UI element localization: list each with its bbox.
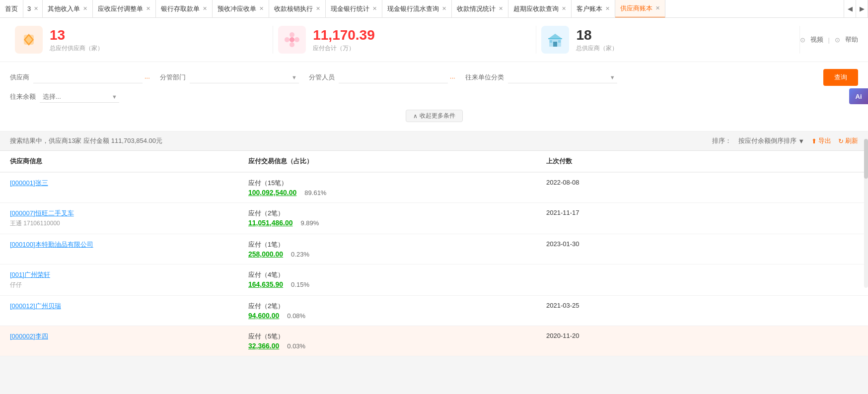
nav-tab-cash-flow-close[interactable]: ✕ <box>442 5 446 12</box>
category-input[interactable] <box>508 71 617 83</box>
person-filter-label: 分管人员 <box>309 73 335 82</box>
nav-tab-other-income[interactable]: 其他收入单 ✕ <box>43 0 93 18</box>
last-pay-date: 2021-03-25 <box>546 302 579 309</box>
tx-percent: 9.89% <box>301 219 319 227</box>
tx-label: 应付（15笔） <box>248 179 546 188</box>
supplier-filter-label: 供应商 <box>10 73 29 82</box>
total-suppliers-number: 18 <box>576 27 618 44</box>
last-pay-date: 2020-11-20 <box>546 332 579 339</box>
supplier-name-link[interactable]: [000001]张三 <box>10 179 248 188</box>
svg-rect-10 <box>553 42 557 47</box>
nav-tab-customer-ledger-close[interactable]: ✕ <box>605 5 610 12</box>
tx-amount[interactable]: 94,600.00 <box>248 312 279 320</box>
nav-tab-other-income-close[interactable]: ✕ <box>83 5 87 12</box>
nav-tab-home[interactable]: 首页 <box>0 0 23 18</box>
nav-tab-prepay-close[interactable]: ✕ <box>259 5 264 12</box>
supplier-info-cell: [000012]广州贝瑞 <box>10 302 248 311</box>
results-summary-text: 搜索结果中，供应商13家 应付金额 111,703,854.00元 <box>10 136 162 145</box>
transaction-info-cell: 应付（2笔） 94,600.00 0.08% <box>248 302 546 320</box>
nav-tab-other-income-label: 其他收入单 <box>48 4 80 13</box>
nav-tab-collection-close[interactable]: ✕ <box>316 5 320 12</box>
transaction-details: 应付（15笔） 100,092,540.00 89.61% <box>248 179 546 197</box>
nav-left-arrow[interactable]: ◀ <box>844 0 856 18</box>
dept-input[interactable] <box>190 71 299 83</box>
nav-tab-3[interactable]: 3 ✕ <box>23 0 43 18</box>
total-payable-label: 应付合计（万） <box>313 44 375 53</box>
help-link[interactable]: 帮助 <box>845 35 858 44</box>
tx-row: 100,092,540.00 89.61% <box>248 189 546 197</box>
last-pay-date: 2023-01-30 <box>546 240 579 248</box>
refresh-button[interactable]: ↻ 刷新 <box>838 136 858 145</box>
summary-text-total-suppliers: 18 总供应商（家） <box>576 27 618 53</box>
svg-marker-9 <box>548 34 562 39</box>
nav-tab-overdue[interactable]: 超期应收款查询 ✕ <box>508 0 572 18</box>
tx-amount[interactable]: 32,366.00 <box>248 342 279 350</box>
transaction-info-cell: 应付（15笔） 100,092,540.00 89.61% <box>248 179 546 197</box>
table-row[interactable]: [000002]李四 应付（5笔） 32,366.00 0.03% 2020-1… <box>0 326 868 356</box>
nav-tab-supplier-ledger[interactable]: 供应商账本 ✕ <box>615 0 665 18</box>
collapse-button[interactable]: ∧ 收起更多条件 <box>406 110 463 122</box>
nav-tab-customer-ledger[interactable]: 客户账本 ✕ <box>572 0 615 18</box>
nav-tab-collection[interactable]: 收款核销执行 ✕ <box>269 0 326 18</box>
person-dots-btn[interactable]: ··· <box>450 74 455 81</box>
supplier-dots-btn[interactable]: ··· <box>145 74 150 81</box>
person-input[interactable] <box>339 71 448 83</box>
total-payable-number: 11,170.39 <box>313 27 375 44</box>
table-row[interactable]: [000001]张三 应付（15笔） 100,092,540.00 89.61%… <box>0 173 868 203</box>
filter-balance: 往来余额 ▼ <box>10 91 119 103</box>
tx-amount[interactable]: 258,000.00 <box>248 250 283 258</box>
nav-tab-adjustment[interactable]: 应收应付调整单 ✕ <box>93 0 156 18</box>
balance-input[interactable] <box>40 91 119 103</box>
tx-percent: 0.23% <box>291 251 309 258</box>
nav-tab-collection-stat[interactable]: 收款情况统计 ✕ <box>452 0 508 18</box>
ai-button[interactable]: Ai <box>849 88 868 104</box>
filter-category: 往来单位分类 ▼ <box>465 71 617 83</box>
sort-button[interactable]: 按应付余额倒序排序 ▼ <box>738 136 804 145</box>
scrollbar-thumb[interactable] <box>864 139 868 179</box>
table-row[interactable]: [000007]恒旺二手叉车 王通 17106110000 应付（2笔） 11,… <box>0 203 868 234</box>
total-suppliers-label: 总供应商（家） <box>576 44 618 53</box>
supplier-name-link[interactable]: [001]广州荣轩 <box>10 270 248 279</box>
scrollbar[interactable] <box>864 139 868 288</box>
nav-tab-cash-flow[interactable]: 现金银行流水查询 ✕ <box>382 0 452 18</box>
supplier-name-link[interactable]: [000007]恒旺二手叉车 <box>10 209 248 218</box>
nav-tab-3-close[interactable]: ✕ <box>34 5 38 12</box>
nav-tab-bank[interactable]: 银行存取款单 ✕ <box>156 0 213 18</box>
summary-icon-store <box>541 26 569 54</box>
nav-tab-collection-stat-close[interactable]: ✕ <box>499 5 503 12</box>
nav-tab-prepay[interactable]: 预收冲应收单 ✕ <box>213 0 269 18</box>
video-link[interactable]: 视频 <box>810 35 823 44</box>
nav-tab-cash-stat[interactable]: 现金银行统计 ✕ <box>326 0 382 18</box>
nav-tab-bank-close[interactable]: ✕ <box>203 5 207 12</box>
col-header-transaction: 应付交易信息（占比） <box>248 157 546 166</box>
collapse-btn-label: 收起更多条件 <box>420 112 455 120</box>
filter-row-1: 供应商 ··· 分管部门 ▼ 分管人员 ··· 往来单位分类 ▼ <box>10 69 858 86</box>
tx-amount[interactable]: 11,051,486.00 <box>248 219 293 227</box>
nav-tab-overdue-close[interactable]: ✕ <box>562 5 566 12</box>
filter-dept: 分管部门 ▼ <box>160 71 299 83</box>
supplier-name-link[interactable]: [000002]李四 <box>10 332 248 341</box>
nav-tab-supplier-ledger-close[interactable]: ✕ <box>655 5 660 11</box>
nav-right-arrow[interactable]: ▶ <box>856 0 868 18</box>
summary-text-total-payable: 11,170.39 应付合计（万） <box>313 27 375 53</box>
nav-tab-cash-stat-close[interactable]: ✕ <box>372 5 377 12</box>
table-row[interactable]: [001]广州荣轩 仔仔 应付（4笔） 164,635.90 0.15% <box>0 264 868 296</box>
query-button[interactable]: 查询 <box>823 69 858 86</box>
nav-tab-adjustment-close[interactable]: ✕ <box>146 5 150 12</box>
last-pay-cell: 2021-03-25 <box>546 302 858 309</box>
tx-percent: 0.15% <box>291 281 309 288</box>
summary-item-payable-suppliers: 13 总应付供应商（家） <box>10 26 273 54</box>
tx-row: 11,051,486.00 9.89% <box>248 219 546 227</box>
supplier-input[interactable] <box>33 71 143 83</box>
last-pay-date: 2021-11-17 <box>546 209 579 216</box>
tx-amount[interactable]: 164,635.90 <box>248 280 283 288</box>
supplier-name-link[interactable]: [000012]广州贝瑞 <box>10 302 248 311</box>
supplier-name-link[interactable]: [000100]本特勤油品有限公司 <box>10 240 248 249</box>
table-row[interactable]: [000100]本特勤油品有限公司 应付（1笔） 258,000.00 0.23… <box>0 234 868 264</box>
export-button[interactable]: ⬆ 导出 <box>811 136 831 145</box>
nav-tab-3-label: 3 <box>27 5 31 12</box>
table-header: 供应商信息 应付交易信息（占比） 上次付数 <box>0 151 868 173</box>
table-row[interactable]: [000012]广州贝瑞 应付（2笔） 94,600.00 0.08% 2021… <box>0 296 868 326</box>
supplier-sub-info: 仔仔 <box>10 281 248 289</box>
tx-amount[interactable]: 100,092,540.00 <box>248 189 296 197</box>
